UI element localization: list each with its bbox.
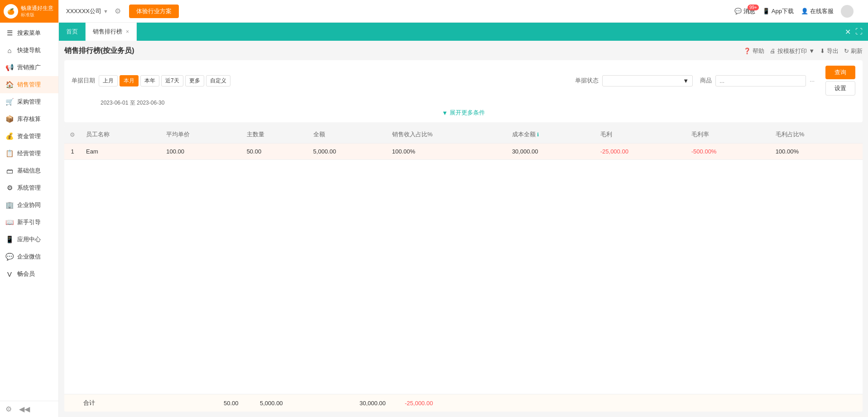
settings-button[interactable]: 设置 — [825, 81, 855, 96]
status-select-chevron-icon: ▼ — [683, 77, 689, 84]
page-title: 销售排行榜(按业务员) — [64, 46, 134, 56]
sidebar-item-operations-label: 经营管理 — [17, 149, 41, 158]
sidebar-item-enterprise-label: 企业协同 — [17, 201, 41, 209]
th-gross: 毛利 — [595, 126, 686, 144]
chevron-down-icon: ▼ — [442, 110, 448, 116]
tabbar-close-icon[interactable]: ✕ — [845, 28, 851, 36]
td-sales-pct: 100.00% — [387, 144, 507, 160]
refresh-button[interactable]: ↻ 刷新 — [844, 47, 863, 55]
status-filter: 单据状态 ▼ — [575, 75, 693, 86]
message-badge: 99+ — [748, 5, 759, 10]
status-select[interactable]: ▼ — [602, 75, 693, 86]
help-button[interactable]: ❓ 帮助 — [743, 47, 764, 55]
tab-sales-ranking[interactable]: 销售排行榜 × — [86, 23, 137, 41]
sidebar-item-sales[interactable]: 🏠 销售管理 — [0, 76, 58, 93]
topbar: XXXXXX公司 ▼ ⚙ 体验行业方案 💬 消息 99+ 📱 App下载 👤 在… — [59, 0, 868, 23]
table-scroll[interactable]: ⚙ 员工名称 平均单价 主数量 全额 销售收入占比% 成本全额 ℹ 毛利 毛利率… — [64, 126, 863, 394]
status-filter-label: 单据状态 — [575, 77, 599, 85]
online-service-button[interactable]: 👤 在线客服 — [801, 7, 834, 15]
sidebar-item-operations[interactable]: 📋 经营管理 — [0, 145, 58, 162]
footer-cost: 30,000.00 — [360, 400, 405, 407]
goods-input[interactable] — [715, 75, 806, 86]
sidebar-item-enterprise[interactable]: 🏢 企业协同 — [0, 197, 58, 214]
action-buttons: 查询 设置 — [825, 66, 855, 96]
member-icon: V — [5, 270, 14, 278]
apps-icon: 📱 — [5, 235, 14, 244]
sidebar-item-system[interactable]: ⚙ 系统管理 — [0, 179, 58, 197]
footer-gross: -25,000.00 — [405, 400, 450, 407]
topbar-right: 💬 消息 99+ 📱 App下载 👤 在线客服 — [734, 5, 861, 18]
print-button[interactable]: 🖨 按模板打印 ▼ — [770, 47, 815, 55]
column-settings-icon[interactable]: ⚙ — [70, 131, 75, 138]
data-table: ⚙ 员工名称 平均单价 主数量 全额 销售收入占比% 成本全额 ℹ 毛利 毛利率… — [64, 126, 863, 160]
logo-sub: 标准版 — [21, 12, 53, 18]
trial-button[interactable]: 体验行业方案 — [129, 5, 179, 18]
sidebar-item-inventory-label: 库存核算 — [17, 115, 41, 123]
settings-icon[interactable]: ⚙ — [5, 405, 12, 413]
th-name: 员工名称 — [81, 126, 161, 144]
page-header-actions: ❓ 帮助 🖨 按模板打印 ▼ ⬇ 导出 ↻ 刷新 — [743, 47, 863, 55]
date-btn-custom[interactable]: 自定义 — [206, 75, 230, 86]
print-chevron-icon: ▼ — [809, 48, 815, 54]
sidebar: 🍊 畅康通好生意 标准版 ☰ 搜索菜单 ⌂ 快捷导航 📢 营销推广 🏠 销售管理… — [0, 0, 59, 417]
purchase-icon: 🛒 — [5, 98, 14, 106]
avatar[interactable] — [841, 5, 854, 18]
table-footer: 合计 50.00 5,000.00 30,000.00 -25,000.00 — [64, 394, 863, 412]
tabbar-expand-icon[interactable]: ⛶ — [855, 28, 863, 36]
date-btn-current-month[interactable]: 本月 — [120, 75, 139, 86]
td-amount: 5,000.00 — [308, 144, 387, 160]
filter-panel: 单据日期 上月 本月 本年 近7天 更多 自定义 单据状态 ▼ — [64, 60, 863, 122]
home-icon: ⌂ — [5, 47, 14, 54]
td-avg-price: 100.00 — [161, 144, 241, 160]
sidebar-item-finance[interactable]: 💰 资金管理 — [0, 128, 58, 145]
sidebar-item-purchase[interactable]: 🛒 采购管理 — [0, 93, 58, 110]
marketing-icon: 📢 — [5, 63, 14, 72]
sidebar-item-basic[interactable]: 🗃 基础信息 — [0, 162, 58, 179]
sidebar-item-basic-label: 基础信息 — [17, 167, 41, 175]
topbar-gear-icon[interactable]: ⚙ — [115, 7, 121, 15]
query-button[interactable]: 查询 — [825, 66, 855, 79]
footer-total-label: 合计 — [83, 399, 187, 407]
td-gross-pct: 100.00% — [770, 144, 863, 160]
finance-icon: 💰 — [5, 132, 14, 140]
app-download-button[interactable]: 📱 App下载 — [762, 7, 794, 15]
sidebar-item-purchase-label: 采购管理 — [17, 98, 41, 106]
td-gross-rate: -500.00% — [686, 144, 770, 160]
tab-close-icon[interactable]: × — [126, 29, 129, 35]
message-button[interactable]: 💬 消息 99+ — [734, 7, 755, 15]
logo-text: 畅康通好生意 — [21, 5, 53, 12]
sidebar-item-member-label: 畅会员 — [17, 270, 35, 278]
tab-home[interactable]: 首页 — [59, 23, 86, 41]
company-selector[interactable]: XXXXXX公司 ▼ — [66, 7, 108, 15]
date-btn-prev-month[interactable]: 上月 — [99, 75, 118, 86]
sidebar-item-search[interactable]: ☰ 搜索菜单 — [0, 24, 58, 42]
th-gross-rate: 毛利率 — [686, 126, 770, 144]
date-btn-7days[interactable]: 近7天 — [161, 75, 183, 86]
sidebar-item-quicknav[interactable]: ⌂ 快捷导航 — [0, 42, 58, 59]
sidebar-item-finance-label: 资金管理 — [17, 132, 41, 140]
enterprise-icon: 🏢 — [5, 201, 14, 209]
expand-filter-button[interactable]: ▼ 展开更多条件 — [442, 109, 485, 117]
sidebar-item-marketing[interactable]: 📢 营销推广 — [0, 59, 58, 76]
td-cost: 30,000.00 — [507, 144, 595, 160]
th-sales-pct: 销售收入占比% — [387, 126, 507, 144]
th-gross-pct: 毛利占比% — [770, 126, 863, 144]
system-icon: ⚙ — [5, 184, 14, 192]
sidebar-logo: 🍊 畅康通好生意 标准版 — [0, 0, 58, 23]
sidebar-item-search-label: 搜索菜单 — [17, 29, 41, 37]
td-name: Eam — [81, 144, 161, 160]
goods-more-icon[interactable]: ··· — [810, 77, 815, 84]
logo-icon: 🍊 — [4, 4, 18, 19]
sidebar-item-wechat[interactable]: 💬 企业微信 — [0, 248, 58, 265]
sidebar-item-apps[interactable]: 📱 应用中心 — [0, 231, 58, 248]
date-btn-more[interactable]: 更多 — [185, 75, 204, 86]
company-name: XXXXXX公司 — [66, 7, 101, 15]
collapse-icon[interactable]: ◀◀ — [19, 405, 30, 413]
td-gross: -25,000.00 — [595, 144, 686, 160]
sidebar-item-member[interactable]: V 畅会员 — [0, 265, 58, 283]
date-btn-current-year[interactable]: 本年 — [140, 75, 159, 86]
search-icon: ☰ — [5, 29, 14, 37]
sidebar-item-guide[interactable]: 📖 新手引导 — [0, 214, 58, 231]
sidebar-item-inventory[interactable]: 📦 库存核算 — [0, 110, 58, 128]
export-button[interactable]: ⬇ 导出 — [820, 47, 839, 55]
